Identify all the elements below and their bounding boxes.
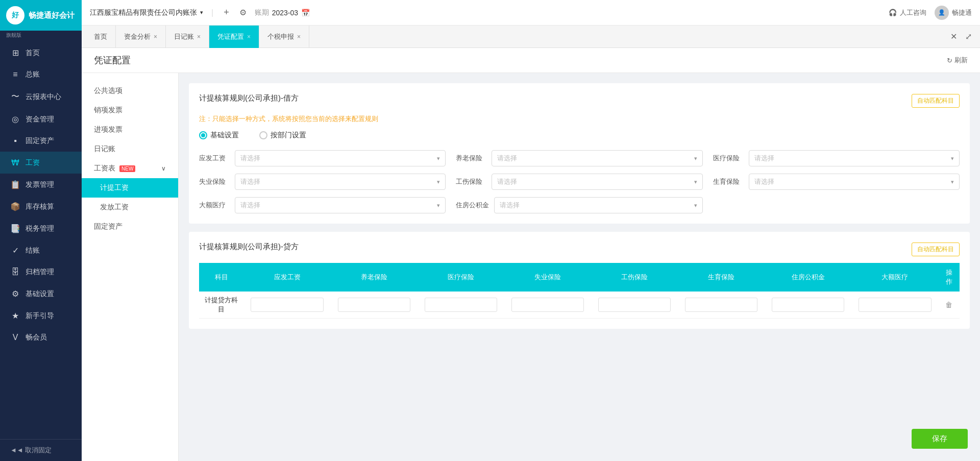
select-placeholder: 请选择 — [754, 154, 774, 163]
section1-note: 注：只能选择一种方式，系统将按照您当前的选择来配置规则 — [199, 114, 960, 124]
sidebar-item-label: 新手引导 — [26, 311, 54, 321]
tab-label: 资金分析 — [124, 32, 151, 41]
maternity-select[interactable]: 请选择 ▾ — [749, 174, 960, 190]
left-menu-label: 公共选项 — [94, 86, 122, 95]
sidebar-item-vip[interactable]: V 畅会员 — [0, 327, 82, 348]
table-header-row: 科目 应发工资 养老保险 医疗保险 失业保险 工伤保险 生育保险 住房公积金 大… — [199, 263, 960, 292]
auto-match-debit-button[interactable]: 自动匹配科目 — [912, 94, 960, 108]
field-medical: 医疗保险 请选择 ▾ — [713, 150, 960, 166]
tab-journal[interactable]: 日记账 × — [166, 26, 209, 48]
sidebar-item-guide[interactable]: ★ 新手引导 — [0, 305, 82, 327]
close-tab-icon[interactable]: × — [197, 33, 201, 40]
pension-select[interactable]: 请选择 ▾ — [492, 150, 702, 166]
unemployment-select[interactable]: 请选择 ▾ — [235, 174, 446, 190]
expand-window-button[interactable]: ⤢ — [963, 32, 974, 41]
sidebar: 好 畅捷通好会计 旗舰版 ⊞ 首页 ≡ 总账 〜 云报表中心 ◎ 资金管理 ▪ … — [0, 0, 82, 461]
refresh-button[interactable]: ↻ 刷新 — [947, 56, 968, 65]
field-label: 住房公积金 — [456, 201, 489, 210]
input-medical[interactable] — [425, 298, 497, 312]
left-menu-label: 工资表 — [94, 164, 115, 173]
sidebar-item-settings[interactable]: ⚙ 基础设置 — [0, 283, 82, 305]
sidebar-item-fund[interactable]: ◎ 资金管理 — [0, 108, 82, 130]
sidebar-item-ledger[interactable]: ≡ 总账 — [0, 64, 82, 85]
sidebar-item-close[interactable]: ✓ 结账 — [0, 239, 82, 261]
left-menu-payroll-payment[interactable]: 发放工资 — [82, 198, 178, 217]
cell-unemployment — [504, 292, 591, 319]
tab-tax-filing[interactable]: 个税申报 × — [259, 26, 309, 48]
medical-select[interactable]: 请选择 ▾ — [749, 150, 960, 166]
close-tab-icon[interactable]: × — [297, 33, 301, 40]
delete-row-icon[interactable]: 🗑 — [945, 301, 952, 309]
input-basic-salary[interactable] — [251, 298, 323, 312]
credit-table: 科目 应发工资 养老保险 医疗保险 失业保险 工伤保险 生育保险 住房公积金 大… — [199, 263, 960, 319]
main-area: 江西服宝精品有限责任公司内账张 ▾ | + ⚙ 账期 2023-03 📅 🎧 人… — [82, 0, 980, 461]
tab-label: 首页 — [94, 32, 107, 41]
gear-icon[interactable]: ⚙ — [237, 8, 249, 17]
fixed-asset-icon: ▪ — [10, 136, 20, 145]
guide-icon: ★ — [10, 311, 20, 321]
field-label: 应发工资 — [199, 154, 230, 163]
tab-label: 日记账 — [174, 32, 194, 41]
auto-match-credit-button[interactable]: 自动匹配科目 — [912, 242, 960, 256]
left-menu-public[interactable]: 公共选项 — [82, 81, 178, 101]
left-menu-payroll-sheet[interactable]: 工资表 NEW ∨ — [82, 159, 178, 178]
radio-by-dept[interactable]: 按部门设置 — [259, 131, 306, 140]
input-work-injury[interactable] — [598, 298, 671, 312]
tab-home[interactable]: 首页 — [86, 26, 116, 48]
add-icon[interactable]: + — [222, 7, 231, 18]
sidebar-item-archive[interactable]: 🗄 归档管理 — [0, 261, 82, 283]
col-large-medical: 大额医疗 — [851, 263, 938, 292]
left-menu-fixed-asset[interactable]: 固定资产 — [82, 217, 178, 236]
tab-voucher-config[interactable]: 凭证配置 × — [209, 26, 259, 48]
close-tab-icon[interactable]: × — [247, 33, 251, 40]
input-pension[interactable] — [338, 298, 410, 312]
save-button[interactable]: 保存 — [912, 429, 968, 449]
field-label: 工伤保险 — [456, 177, 486, 186]
period-value: 2023-03 — [272, 9, 298, 17]
col-medical: 医疗保险 — [418, 263, 504, 292]
col-maternity: 生育保险 — [678, 263, 765, 292]
sidebar-item-tax[interactable]: 📑 税务管理 — [0, 217, 82, 239]
radio-dept-label: 按部门设置 — [271, 131, 306, 140]
left-menu-journal[interactable]: 日记账 — [82, 139, 178, 159]
sidebar-unpin-button[interactable]: ◄◄ 取消固定 — [0, 439, 82, 461]
housing-fund-select[interactable]: 请选择 ▾ — [494, 197, 702, 213]
sidebar-item-fixed-asset[interactable]: ▪ 固定资产 — [0, 130, 82, 152]
left-menu-payroll-accrual[interactable]: 计提工资 — [82, 178, 178, 198]
company-selector[interactable]: 江西服宝精品有限责任公司内账张 ▾ — [90, 8, 203, 17]
input-maternity[interactable] — [685, 298, 757, 312]
left-menu-purchase-invoice[interactable]: 进项发票 — [82, 120, 178, 139]
sidebar-item-invoice[interactable]: 📋 发票管理 — [0, 174, 82, 196]
select-placeholder: 请选择 — [240, 177, 260, 186]
basic-salary-select[interactable]: 请选择 ▾ — [235, 150, 446, 166]
company-name: 江西服宝精品有限责任公司内账张 — [90, 8, 197, 17]
period-selector[interactable]: 账期 2023-03 📅 — [255, 8, 310, 17]
col-unemployment: 失业保险 — [504, 263, 591, 292]
user-menu[interactable]: 👤 畅捷通 — [935, 6, 972, 20]
sidebar-item-inventory[interactable]: 📦 库存核算 — [0, 196, 82, 217]
user-name: 畅捷通 — [952, 8, 972, 17]
tab-fund-analysis[interactable]: 资金分析 × — [116, 26, 166, 48]
chevron-down-icon: ▾ — [437, 155, 440, 162]
chevron-down-icon: ▾ — [694, 179, 697, 185]
close-window-button[interactable]: ✕ — [948, 32, 959, 41]
service-button[interactable]: 🎧 人工咨询 — [889, 8, 926, 17]
archive-icon: 🗄 — [10, 268, 20, 277]
sidebar-item-label: 资金管理 — [26, 115, 54, 124]
sidebar-item-salary[interactable]: ₩ 工资 — [0, 152, 82, 174]
left-menu-sales-invoice[interactable]: 销项发票 — [82, 101, 178, 120]
sidebar-item-cloud-report[interactable]: 〜 云报表中心 — [0, 85, 82, 108]
section1-card: 计提核算规则(公司承担)-借方 自动匹配科目 注：只能选择一种方式，系统将按照您… — [189, 83, 970, 224]
cell-basic-salary — [244, 292, 331, 319]
input-unemployment[interactable] — [511, 298, 584, 312]
nav-tabs: 首页 资金分析 × 日记账 × 凭证配置 × 个税申报 × ✕ ⤢ — [82, 26, 980, 48]
refresh-label: 刷新 — [954, 56, 968, 65]
sidebar-item-home[interactable]: ⊞ 首页 — [0, 42, 82, 64]
radio-basic[interactable]: 基础设置 — [199, 131, 239, 140]
sidebar-item-label: 库存核算 — [26, 202, 54, 211]
large-medical-select[interactable]: 请选择 ▾ — [235, 197, 446, 213]
input-housing-fund[interactable] — [772, 298, 844, 312]
work-injury-select[interactable]: 请选择 ▾ — [492, 174, 702, 190]
close-tab-icon[interactable]: × — [154, 33, 157, 40]
input-large-medical[interactable] — [859, 298, 931, 312]
